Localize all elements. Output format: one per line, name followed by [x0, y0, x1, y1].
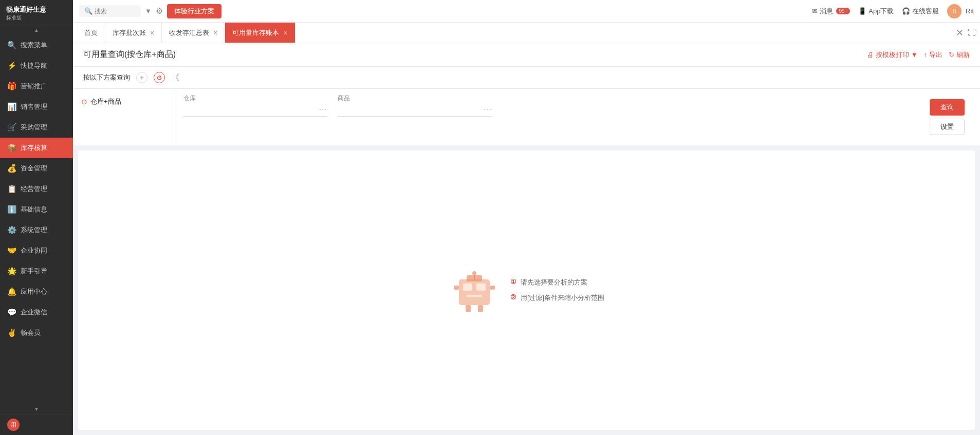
gear-icon[interactable]: ⚙ [156, 6, 163, 16]
svg-rect-2 [476, 283, 486, 291]
enterprise-icon: 🤝 [7, 246, 16, 255]
sidebar-item-label: 企业协同 [21, 246, 47, 255]
maximize-icon[interactable]: ⛶ [968, 28, 976, 37]
membership-icon: ✌️ [7, 328, 16, 337]
filter-label: 按以下方案查询 [83, 73, 130, 82]
settings-btn[interactable]: 设置 [930, 119, 965, 135]
industry-btn[interactable]: 体验行业方案 [167, 4, 221, 18]
tab-available-label: 可用量库存账本 [232, 28, 279, 37]
topbar-search[interactable]: 🔍 [79, 5, 141, 17]
svg-rect-4 [454, 286, 459, 290]
filter-form: 仓库 ··· 商品 ··· 查询 设置 [173, 89, 980, 145]
collapse-scheme-btn[interactable]: 《 [171, 72, 179, 83]
close-icon[interactable]: × [150, 29, 154, 37]
topbar-right: ✉ 消息 99+ 📱 App下载 🎧 在线客服 R Rit [812, 4, 974, 18]
sidebar-item-inventory[interactable]: 📦 库存核算 [0, 138, 73, 158]
scheme-item-warehouse-product[interactable]: ⊙ 仓库+商品 [73, 93, 173, 110]
message-btn[interactable]: ✉ 消息 99+ [812, 7, 850, 16]
empty-tip2: ② 用[过滤]条件来缩小分析范围 [510, 293, 604, 302]
close-icon[interactable]: × [213, 29, 217, 37]
tab-home-label: 首页 [84, 28, 98, 37]
svg-rect-0 [459, 279, 490, 305]
message-badge: 99+ [836, 8, 850, 14]
search-input[interactable] [95, 8, 136, 15]
sales-icon: 📊 [7, 102, 16, 111]
tabs-bar: 首页 库存批次账 × 收发存汇总表 × 可用量库存账本 × ✕ ⛶ [73, 23, 980, 43]
inventory-icon: 📦 [7, 143, 16, 153]
print-btn[interactable]: 🖨 按模板打印 ▼ [867, 50, 918, 60]
tab-home[interactable]: 首页 [77, 23, 105, 43]
main-area: 🔍 ▼ ⚙ 体验行业方案 ✉ 消息 99+ 📱 App下载 🎧 在线客服 R R… [73, 0, 980, 435]
sidebar-scroll-area: 🔍 搜索菜单 ⚡ 快捷导航 🎁 营销推广 📊 销售管理 🛒 采购管理 📦 库存核… [0, 35, 73, 404]
sidebar-item-enterprise[interactable]: 🤝 企业协同 [0, 240, 73, 261]
sidebar-item-label: 库存核算 [21, 143, 47, 153]
query-btn[interactable]: 查询 [930, 99, 965, 116]
tab-summary-label: 收发存汇总表 [169, 28, 209, 37]
dropdown-arrow-icon[interactable]: ▼ [911, 51, 918, 59]
add-scheme-btn[interactable]: + [136, 72, 147, 83]
sidebar-item-system[interactable]: ⚙️ 系统管理 [0, 220, 73, 240]
finance-icon: 💰 [7, 164, 16, 173]
sidebar-item-purchase[interactable]: 🛒 采购管理 [0, 117, 73, 138]
scheme-list: ⊙ 仓库+商品 [73, 89, 173, 145]
tab-batch-account[interactable]: 库存批次账 × [105, 23, 162, 43]
sidebar-item-membership[interactable]: ✌️ 畅会员 [0, 323, 73, 343]
scroll-up-arrow[interactable]: ▲ [0, 25, 73, 35]
sidebar-item-label: 销售管理 [21, 102, 47, 111]
sidebar-item-label: 基础信息 [21, 205, 47, 214]
sidebar-item-sales[interactable]: 📊 销售管理 [0, 97, 73, 117]
page-title: 可用量查询(按仓库+商品) [83, 49, 176, 60]
empty-state: ① 请先选择要分析的方案 ② 用[过滤]条件来缩小分析范围 [78, 150, 975, 430]
close-icon[interactable]: × [283, 29, 287, 37]
app-download-btn[interactable]: 📱 App下载 [858, 7, 894, 16]
product-label: 商品 [338, 94, 492, 103]
sidebar-item-finance[interactable]: 💰 资金管理 [0, 158, 73, 179]
sidebar-item-label: 营销推广 [21, 82, 47, 91]
sidebar-item-operations[interactable]: 📋 经营管理 [0, 179, 73, 199]
basic-info-icon: ℹ️ [7, 205, 16, 214]
tab-available-stock[interactable]: 可用量库存账本 × [225, 23, 295, 43]
scheme-icon: ⊙ [81, 98, 87, 106]
scheme-settings-btn[interactable]: ⚙ [154, 72, 165, 83]
scheme-item-label: 仓库+商品 [90, 97, 121, 106]
tabs-right: ✕ ⛶ [956, 27, 980, 39]
sidebar-item-guide[interactable]: 🌟 新手引导 [0, 261, 73, 281]
close-tab-icon[interactable]: ✕ [956, 27, 964, 39]
scroll-down-arrow[interactable]: ▼ [0, 404, 73, 414]
warehouse-filter-field: 仓库 ··· [183, 94, 327, 117]
sidebar-item-appcenter[interactable]: 🔔 应用中心 [0, 281, 73, 302]
sidebar-item-wechat[interactable]: 💬 企业微信 [0, 302, 73, 323]
product-more-icon[interactable]: ··· [484, 105, 492, 114]
warehouse-more-icon[interactable]: ··· [319, 105, 327, 114]
filter-bar: 按以下方案查询 + ⚙ 《 [73, 67, 980, 89]
user-info[interactable]: R Rit [947, 4, 974, 18]
svg-rect-5 [490, 286, 495, 290]
dropdown-arrow-icon[interactable]: ▼ [145, 7, 152, 15]
query-actions: 查询 设置 [924, 94, 970, 140]
sidebar-item-marketing[interactable]: 🎁 营销推广 [0, 76, 73, 97]
wechat-icon: 💬 [7, 308, 16, 317]
sidebar-item-basic-info[interactable]: ℹ️ 基础信息 [0, 199, 73, 220]
svg-rect-1 [463, 283, 472, 291]
warehouse-input-row: ··· [183, 105, 327, 117]
export-btn[interactable]: ↑ 导出 [924, 50, 943, 60]
svg-rect-3 [467, 295, 482, 297]
tab-summary[interactable]: 收发存汇总表 × [162, 23, 225, 43]
sidebar-bottom: 用 [0, 414, 73, 435]
refresh-btn[interactable]: ↻ 刷新 [949, 50, 970, 60]
product-input[interactable] [338, 106, 482, 114]
mobile-icon: 📱 [858, 7, 866, 15]
sidebar-item-label: 应用中心 [21, 287, 47, 296]
export-icon: ↑ [924, 51, 928, 59]
svg-rect-9 [466, 305, 471, 312]
headset-icon: 🎧 [902, 7, 910, 15]
online-service-btn[interactable]: 🎧 在线客服 [902, 7, 939, 16]
user-avatar: R [947, 4, 961, 18]
appcenter-icon: 🔔 [7, 287, 16, 296]
content-header: 可用量查询(按仓库+商品) 🖨 按模板打印 ▼ ↑ 导出 ↻ 刷新 [73, 43, 980, 67]
warehouse-input[interactable] [183, 106, 317, 114]
sidebar-item-search[interactable]: 🔍 搜索菜单 [0, 35, 73, 55]
empty-tip1: ① 请先选择要分析的方案 [510, 278, 604, 287]
sidebar-item-quicknav[interactable]: ⚡ 快捷导航 [0, 55, 73, 76]
sidebar-item-label: 经营管理 [21, 184, 47, 194]
